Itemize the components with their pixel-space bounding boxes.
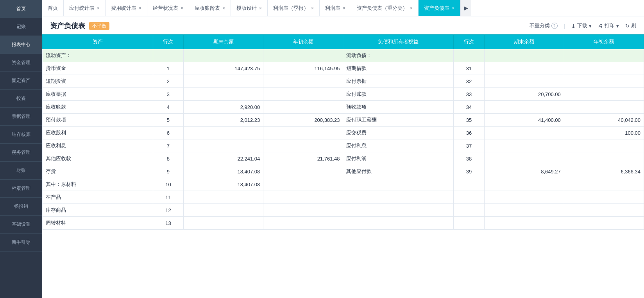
download-label: 下载	[577, 22, 587, 29]
tab-balance-reclassified[interactable]: 资产负债表（重分类） ×	[351, 0, 419, 16]
tab-template-design-close[interactable]: ×	[259, 5, 262, 11]
row-line2-11	[454, 191, 485, 204]
row-period-end-6	[184, 127, 263, 139]
tab-receivable-aging-close[interactable]: ×	[222, 5, 225, 11]
row-line2-5: 35	[454, 114, 485, 127]
row-asset-13: 周转材料	[43, 217, 153, 230]
page-title-area: 资产负债表 不平衡	[50, 21, 109, 30]
row-liability-8: 应付利润	[343, 152, 454, 165]
row-year-begin2-1	[564, 62, 644, 75]
row-period-end2-9: 8,649.27	[484, 165, 564, 178]
tab-expense-stats-close[interactable]: ×	[139, 5, 141, 11]
page-header: 资产负债表 不平衡 不重分类 ? | ⤓ 下载 ▾ 🖨 打印 ▾	[42, 16, 644, 34]
row-asset-4: 应收账款	[43, 101, 153, 114]
section-line-0	[153, 49, 184, 62]
section-period-end-0	[184, 49, 263, 62]
row-line2-8: 38	[454, 152, 485, 165]
row-liability-5: 应付职工薪酬	[343, 114, 454, 127]
tab-profit[interactable]: 利润表 ×	[320, 0, 351, 16]
row-year-begin2-13	[564, 217, 644, 230]
sidebar-item-funds[interactable]: 资金管理	[0, 54, 42, 72]
sidebar-item-settlement[interactable]: 结存核算	[0, 126, 42, 144]
tab-payable-stats[interactable]: 应付统计表 ×	[64, 0, 106, 16]
tab-balance[interactable]: 资产负债表 ×	[419, 0, 460, 16]
row-period-end-11	[184, 191, 263, 204]
no-reclassify-label: 不重分类	[530, 22, 550, 29]
print-action[interactable]: 🖨 打印 ▾	[598, 22, 619, 29]
row-liability-12	[343, 204, 454, 217]
row-period-end2-3: 20,700.00	[484, 88, 564, 101]
download-action[interactable]: ⤓ 下载 ▾	[571, 22, 592, 29]
sidebar-item-settings[interactable]: 基础设置	[0, 216, 42, 234]
tab-receivable-aging[interactable]: 应收账龄表 ×	[189, 0, 231, 16]
row-asset-12: 库存商品	[43, 204, 153, 217]
sidebar-item-bills[interactable]: 票据管理	[0, 108, 42, 126]
tab-profit-quarterly-close[interactable]: ×	[311, 5, 314, 11]
row-liability-1: 短期借款	[343, 62, 454, 75]
tab-template-design[interactable]: 模版设计 ×	[231, 0, 268, 16]
tab-payable-stats-label: 应付统计表	[69, 5, 95, 12]
row-year-begin2-10	[564, 178, 644, 191]
header-liability: 负债和所有者权益	[343, 35, 454, 49]
no-reclassify-action[interactable]: 不重分类 ?	[530, 22, 558, 29]
tab-ops-status[interactable]: 经营状况表 ×	[147, 0, 189, 16]
row-line-11: 11	[153, 191, 184, 204]
page-title: 资产负债表	[50, 21, 85, 30]
row-asset-2: 短期投资	[43, 75, 153, 88]
row-period-end2-11	[484, 191, 564, 204]
row-period-end-7	[184, 139, 263, 152]
row-asset-8: 其他应收款	[43, 152, 153, 165]
sidebar-item-fixed-assets[interactable]: 固定资产	[0, 72, 42, 90]
sidebar-item-investment[interactable]: 投资	[0, 90, 42, 108]
tab-profit-quarterly[interactable]: 利润表（季报） ×	[268, 0, 320, 16]
sidebar-item-tax[interactable]: 税务管理	[0, 144, 42, 162]
sidebar-item-expense[interactable]: 畅报销	[0, 198, 42, 216]
row-line-13: 13	[153, 217, 184, 230]
section-line2-0	[454, 49, 485, 62]
tab-balance-reclassified-close[interactable]: ×	[410, 5, 413, 11]
sidebar-item-guide[interactable]: 新手引导	[0, 234, 42, 252]
row-line2-6: 36	[454, 127, 485, 139]
download-chevron-icon: ▾	[589, 23, 592, 29]
tab-ops-status-close[interactable]: ×	[181, 5, 183, 11]
row-line-7: 7	[153, 139, 184, 152]
tab-balance-close[interactable]: ×	[452, 5, 454, 11]
tab-profit-close[interactable]: ×	[343, 5, 345, 11]
tab-scroll-right[interactable]: ▶	[460, 0, 471, 16]
sidebar-item-archive[interactable]: 档案管理	[0, 180, 42, 198]
row-year-begin-5: 200,383.23	[263, 114, 343, 127]
tab-home[interactable]: 首页	[42, 0, 64, 16]
row-line2-2: 32	[454, 75, 485, 88]
row-line-10: 10	[153, 178, 184, 191]
row-year-begin2-4	[564, 101, 644, 114]
info-icon[interactable]: ?	[551, 23, 558, 29]
sidebar-item-home[interactable]: 首页	[0, 0, 42, 18]
row-asset-9: 存货	[43, 165, 153, 178]
row-year-begin2-12	[564, 204, 644, 217]
row-year-begin-11	[263, 191, 343, 204]
row-period-end-5: 2,012.23	[184, 114, 263, 127]
row-year-begin2-8	[564, 152, 644, 165]
row-period-end-1: 147,423.75	[184, 62, 263, 75]
tab-payable-stats-close[interactable]: ×	[97, 5, 100, 11]
row-period-end2-10	[484, 178, 564, 191]
row-liability-4: 预收款项	[343, 101, 454, 114]
row-liability-7: 应付利息	[343, 139, 454, 152]
tab-balance-reclassified-label: 资产负债表（重分类）	[357, 5, 408, 12]
report-table: 资产 行次 期末余额 年初余额 负债和所有者权益 行次 期末余额 年初余额 流动…	[42, 34, 644, 230]
tab-expense-stats[interactable]: 费用统计表 ×	[106, 0, 147, 16]
header-period-end: 期末余额	[184, 35, 263, 49]
main-area: 首页 应付统计表 × 费用统计表 × 经营状况表 × 应收账龄表 × 模版设计 …	[42, 0, 644, 298]
row-year-begin-8: 21,761.48	[263, 152, 343, 165]
row-year-begin-3	[263, 88, 343, 101]
row-line2-12	[454, 204, 485, 217]
sidebar-item-reconcile[interactable]: 对账	[0, 162, 42, 180]
row-line-5: 5	[153, 114, 184, 127]
sidebar-item-accounting[interactable]: 记账	[0, 18, 42, 36]
row-year-begin2-3	[564, 88, 644, 101]
tab-template-design-label: 模版设计	[236, 5, 257, 12]
row-year-begin2-11	[564, 191, 644, 204]
refresh-action[interactable]: ↻ 刷	[625, 22, 636, 29]
sidebar-item-reports[interactable]: 报表中心	[0, 36, 42, 54]
row-line2-10	[454, 178, 485, 191]
